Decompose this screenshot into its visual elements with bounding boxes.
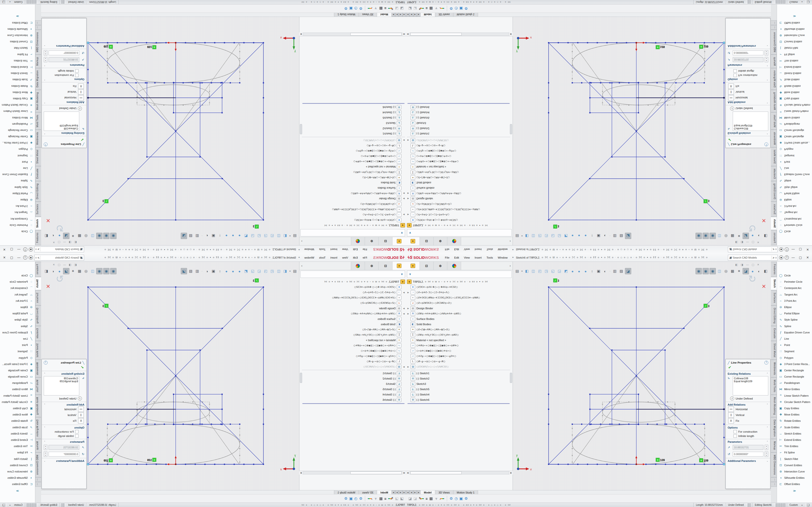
scroll-right-icon[interactable]: ▶ <box>299 33 303 35</box>
doc-tab-nav-1[interactable]: ◀ <box>399 12 402 17</box>
tab-nav-buttons[interactable]: ◀◀▶▶ <box>406 12 420 17</box>
tree-item-sketch1[interactable]: ⊑(-) Sketch1 <box>302 371 405 376</box>
cm-tab-data-migration[interactable]: Data Migration <box>771 417 777 439</box>
tab-nav-buttons[interactable]: ◀◀▶▶ <box>406 490 420 495</box>
tree-item-surface-bodies[interactable]: ◗Surface Bodies <box>302 316 405 322</box>
tree-root[interactable]: ■TЯPDL2.⊙ ЗЄ ⊙ Ш ⊙ ∘ ⊙ ✛ ⊙ ƆC ⊙ ЗЄ ⊙ · ⊙… <box>302 279 405 284</box>
cm-tab-data-migration[interactable]: Data Migration <box>35 417 41 439</box>
tree-item-front-plane[interactable]: ▱○✛И◎∙+○⊞◉∥○∘○∥◉⊞○+∙◎И✛○ <box>407 159 510 164</box>
tool-trim-entities[interactable]: ✂Trim Entities <box>777 58 812 64</box>
cancel-sketch-icon[interactable]: ✕ <box>762 217 766 224</box>
tree-item-sketch5[interactable]: ⊑(-) Sketch5 <box>302 387 405 392</box>
tab-displaymanager[interactable] <box>351 237 365 245</box>
panel-help-icon[interactable]: ? <box>764 143 768 146</box>
bottom-toolbar[interactable]: ◪◪✎≡▦▼⌐⚙◷▣⚙ <box>406 4 771 13</box>
tool-trim-entities[interactable]: ✂Trim Entities <box>0 443 35 449</box>
tree-item-material[interactable]: ≡Material < not specified > <box>407 338 510 343</box>
tool-polygon[interactable]: ◇Polygon <box>0 146 35 152</box>
cm-tab-weldments[interactable]: Weldments <box>771 130 777 147</box>
tree-item-design-binder[interactable]: ▶▤Design Binder <box>407 196 510 201</box>
tool-equation-driven-curve[interactable]: ƒEquation Driven Curve <box>777 329 812 336</box>
angle-field[interactable]: 0.00000000° <box>49 50 79 55</box>
cm-tab-mbd-dimensions[interactable]: MBD Dimensions <box>35 30 41 55</box>
option-infinite-length[interactable]: Infinite length <box>733 434 768 438</box>
cm-tab-sketch[interactable]: Sketch <box>771 217 777 230</box>
bottom-tool-icon-9[interactable]: ◷ <box>455 6 458 11</box>
help-icon[interactable]: ? <box>785 256 789 260</box>
checkbox[interactable] <box>75 434 79 438</box>
tool-circle[interactable]: ◯Circle <box>0 228 35 235</box>
tree-item-top-plane[interactable]: ▱○∙◎✛○⊞◉∥○∘○∥◉⊞○✛◎∙○ <box>407 154 510 159</box>
confirmation-corner[interactable]: ↻ ✕ <box>748 217 767 234</box>
tool-partial-ellipse[interactable]: ◡Partial Ellipse <box>0 310 35 317</box>
menu-tools[interactable]: Tools <box>317 256 328 260</box>
tool-circular-sketch-pattern[interactable]: ✳Circular Sketch Pattern <box>777 102 812 108</box>
relation-badge-equal-109[interactable]: =109 <box>656 45 665 49</box>
tool-copy-entities[interactable]: ▣Copy Entities <box>0 405 35 411</box>
search-dropdown-icon[interactable]: ▾ <box>775 248 776 250</box>
add-relation-horizontal[interactable]: —Horizontal <box>44 406 84 412</box>
bottom-tool-icon-11[interactable]: ⚙ <box>344 6 347 11</box>
cm-tab-markup[interactable]: Markup <box>35 55 41 68</box>
tree-item-annotations[interactable]: ▶A○ƧИ◎∘✛Α✛◎ИΑ○∘○ΑИ◎✛Α✛∘◎ИƧ○ <box>407 191 510 196</box>
relations-list[interactable]: Collinear108 Equal length109 <box>44 112 79 131</box>
tool-perimeter-circle[interactable]: ◌Perimeter Circle <box>777 222 812 228</box>
ok-button[interactable]: ✔ <box>44 137 84 142</box>
tree-item-right-plane[interactable]: ▱○✛Ƨϱ∘∙○⊞◉∥○∘○∥◉⊞○∙∘ϱƧ✛○ <box>407 148 510 154</box>
tree-item-sketch4[interactable]: ⊑(-) Sketch4 <box>407 392 510 397</box>
add-relation-vertical[interactable]: |Vertical <box>728 412 768 418</box>
doc-tab-3d-views[interactable]: 3D Views <box>435 12 453 17</box>
minimize-button[interactable]: — <box>790 256 796 259</box>
tool-rotate-entities[interactable]: ↻Rotate Entities <box>0 418 35 424</box>
cancel-sketch-icon[interactable]: ✕ <box>46 217 50 224</box>
tree-item-top-plane[interactable]: ▱○∙◎✛○⊞◉∥○∘○∥◉⊞○✛◎∙○ <box>407 348 510 353</box>
tool-convert-entities[interactable]: ⊡Convert Entities <box>777 462 812 468</box>
bottom-toolbar[interactable]: ◪◪✎≡▦▼⌐⚙◷▣⚙ <box>41 4 406 13</box>
tool-point[interactable]: ▪Point <box>0 159 35 165</box>
bottom-tool-icon-0[interactable]: ◪ <box>408 496 412 501</box>
feature-tree[interactable]: ■TЯPDL2.⊙ ЗЄ ⊙ Ш ⊙ ∘ ⊙ ✛ ⊙ ƆC ⊙ ЗЄ ⊙ · ⊙… <box>302 36 406 228</box>
doc-tab-nav-1[interactable]: ◀ <box>399 490 402 495</box>
tool-centerpoint-arc[interactable]: ⌒Centerpoint Arc <box>0 285 35 291</box>
rollback-bar[interactable] <box>407 103 510 104</box>
help-icon[interactable]: ? <box>785 247 789 251</box>
tree-item-locked-folder[interactable]: ▶▨○ƧЗЄИΛ⋂∙○∘○∙⋂ΛИЄЗƧ○ <box>302 137 405 143</box>
tool-tangent-arc[interactable]: ⌓Tangent Arc <box>777 209 812 216</box>
panel-help-icon[interactable]: ? <box>764 361 768 364</box>
tree-item-selection-sets[interactable]: ◕○Ƨ∙◎ƧИЗЄƧ○∘○ƧЄЗИƧ◎∙Ƨ○ <box>407 201 510 207</box>
tool-rotate-entities[interactable]: ↻Rotate Entities <box>777 418 812 424</box>
tool-extend-entities[interactable]: ⊢Extend Entities <box>0 437 35 443</box>
relation-badge-parallel-3[interactable]: ∕3 <box>253 279 259 282</box>
tree-item-surface-bodies[interactable]: ◗Surface Bodies <box>302 185 405 191</box>
relations-list[interactable]: Collinear108 Equal length109 <box>733 376 768 395</box>
panel-help-icon[interactable]: ? <box>44 361 48 364</box>
tool-center-rectangle[interactable]: ▣Center Rectangle <box>0 133 35 140</box>
panel-splitter-handle[interactable] <box>300 373 302 383</box>
add-relation-horizontal[interactable]: —Horizontal <box>728 95 768 101</box>
bottom-tool-icon-9[interactable]: ◷ <box>354 496 357 501</box>
tree-item-sensors[interactable]: ⌁○Ƨ✛ЗЄƧ○ИΝ◎∘✛ƆƆЗЄ⋃ЗЄƧ○∘○ƧЗЄ⋃ЄЗƆƆ✛∘◎ΝИ○ <box>407 207 510 212</box>
bottom-tool-icon-11[interactable]: ⚙ <box>344 496 347 501</box>
tree-item-favorites[interactable]: ★○ƧЗЄ✛∘◎ΛΑ Φ○∘○ ΦΑΛ◎∘✛ЄЗƧ○ <box>302 284 405 290</box>
checkbox[interactable] <box>733 434 737 438</box>
doc-tab-nav-3[interactable]: ▶ <box>392 490 395 495</box>
tool-segment[interactable]: ∷Segment <box>0 153 35 159</box>
tool-line[interactable]: ╱Line <box>0 336 35 342</box>
cm-tab-mesh-modeling[interactable]: Mesh Modeling <box>771 90 777 112</box>
cm-tab-sheet-metal[interactable]: Sheet Metal <box>771 341 777 360</box>
tool-parallelogram[interactable]: ▱Parallelogram <box>777 380 812 386</box>
length-stepper[interactable]: ▲▼ <box>765 57 768 62</box>
tool-3-point-arc[interactable]: ⌢3 Point Arc <box>0 203 35 209</box>
tool-ellipse[interactable]: ⊖Ellipse <box>0 304 35 310</box>
checkbox[interactable] <box>733 74 737 77</box>
tab-propertymanager[interactable]: ⊟ <box>378 237 392 245</box>
exit-sketch-icon[interactable]: ↻ <box>748 273 756 284</box>
tool-intersection-curve[interactable]: ⊛Intersection Curve <box>0 32 35 39</box>
cm-overflow-icon[interactable]: ≫ <box>0 489 35 493</box>
cm-tab-surfaces[interactable]: Surfaces <box>35 202 41 217</box>
cm-tab--[interactable]: ⋯ <box>771 482 777 487</box>
search-icon[interactable]: ⌕ <box>772 256 774 260</box>
doc-tab-nav-0[interactable]: ◀ <box>406 490 410 495</box>
relation-badge-parallel-3[interactable]: ∕3 <box>253 225 259 228</box>
bottom-tool-icon-1[interactable]: ◪ <box>395 496 399 501</box>
